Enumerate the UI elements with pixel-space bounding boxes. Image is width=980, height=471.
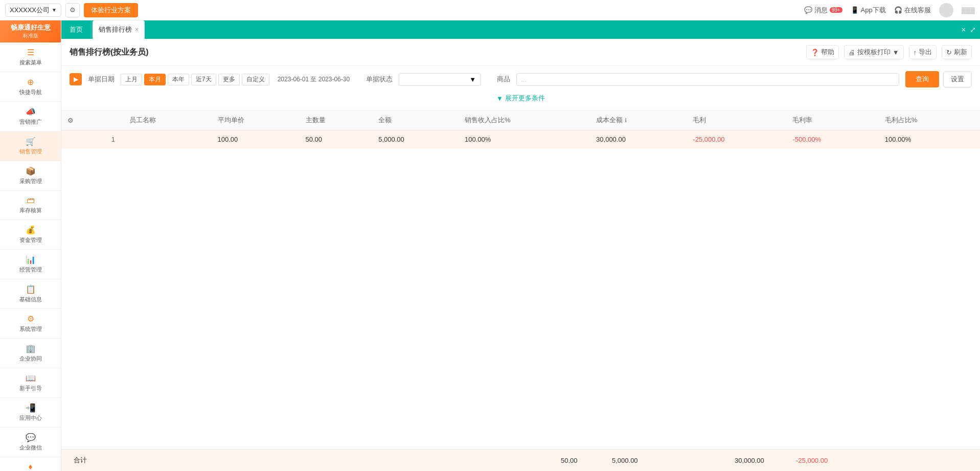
sidebar-label-marketing: 营销推广 <box>19 118 42 126</box>
content-area: 首页 销售排行榜 × × ⤢ 销售排行榜(按业务员) ❓ 帮助 <box>61 20 980 471</box>
table-body: 1 100.00 50.00 5,000.00 100.00% 30,000.0… <box>61 130 980 149</box>
sidebar-label-basic-info: 基础信息 <box>19 296 42 303</box>
expand-row: ▼ 展开更多条件 <box>70 92 972 105</box>
tab-sales-ranking[interactable]: 销售排行榜 × <box>93 20 145 39</box>
table-row: 1 100.00 50.00 5,000.00 100.00% 30,000.0… <box>61 130 980 149</box>
inventory-icon: 🗃 <box>27 196 35 205</box>
settings-icon-btn[interactable]: ⚙ <box>65 3 80 17</box>
date-btn-year[interactable]: 本年 <box>168 74 189 85</box>
settings-btn[interactable]: 设置 <box>943 71 972 87</box>
app-download-btn[interactable]: 📱 App下载 <box>851 6 886 15</box>
company-name: XXXXXX公司 <box>10 6 50 15</box>
td-employee <box>123 130 211 149</box>
sidebar-item-wechat[interactable]: 💬 企业微信 <box>0 428 61 457</box>
sidebar-item-purchase[interactable]: 📦 采购管理 <box>0 161 61 191</box>
date-btn-more[interactable]: 更多 <box>218 74 240 85</box>
user-name: ▓▓▓ <box>962 7 975 14</box>
sidebar-item-member[interactable]: ♦ 畅会员 <box>0 457 61 471</box>
refresh-btn[interactable]: ↻ 刷新 <box>942 45 972 59</box>
expand-label: 展开更多条件 <box>505 94 545 103</box>
sidebar-label-finance: 资金管理 <box>19 236 42 244</box>
export-label: 导出 <box>919 48 932 57</box>
help-btn[interactable]: ❓ 帮助 <box>806 45 839 59</box>
sidebar-item-operations[interactable]: 📊 经营管理 <box>0 250 61 279</box>
sidebar-item-enterprise[interactable]: 🏢 企业协同 <box>0 339 61 368</box>
th-main-qty: 主数量 <box>300 110 373 130</box>
sidebar-label-quick-nav: 快捷导航 <box>19 88 42 96</box>
footer-gross-pct <box>913 459 974 461</box>
sidebar-item-search-order[interactable]: ☰ 搜索菜单 <box>0 42 61 72</box>
company-selector[interactable]: XXXXXX公司 ▼ <box>5 4 61 17</box>
wechat-icon: 💬 <box>26 433 36 442</box>
online-service-btn[interactable]: 🎧 在线客服 <box>894 6 931 15</box>
sidebar-item-finance[interactable]: 💰 资金管理 <box>0 220 61 250</box>
sidebar-label-search-order: 搜索菜单 <box>19 59 42 66</box>
sidebar-item-guide[interactable]: 📖 新手引导 <box>0 368 61 398</box>
sidebar-label-enterprise: 企业协同 <box>19 355 42 363</box>
finance-icon: 💰 <box>26 225 36 235</box>
th-gross: 毛利 <box>687 110 786 130</box>
logo-text: 畅康通好生意 <box>11 24 51 32</box>
footer-cost: 30,000.00 <box>728 456 790 465</box>
message-btn[interactable]: 💬 消息 99+ <box>804 6 842 15</box>
top-bar-left: XXXXXX公司 ▼ ⚙ 体验行业方案 <box>5 3 138 17</box>
date-btn-last-month[interactable]: 上月 <box>121 74 142 85</box>
filter-expand-arrow[interactable]: ▶ <box>70 73 82 85</box>
tab-minimize-icon[interactable]: × <box>962 26 966 34</box>
td-total: 5,000.00 <box>372 130 459 149</box>
help-icon: ❓ <box>811 49 819 56</box>
sidebar-item-app-center[interactable]: 📲 应用中心 <box>0 398 61 428</box>
sidebar-item-marketing[interactable]: 📣 营销推广 <box>0 102 61 131</box>
table-wrap: ⚙ 员工名称 平均单价 主数量 全额 销售收入占比% 成本全额 ℹ 毛利 <box>61 110 980 449</box>
tab-maximize-icon[interactable]: ⤢ <box>970 26 976 34</box>
date-btn-7days[interactable]: 近7天 <box>191 74 216 85</box>
date-btn-current-month[interactable]: 本月 <box>144 74 166 85</box>
sidebar-logo: 畅康通好生意 标准版 <box>0 20 61 42</box>
page-actions: ❓ 帮助 🖨 按模板打印 ▼ ↑ 导出 ↻ 刷新 <box>806 45 972 59</box>
print-btn[interactable]: 🖨 按模板打印 ▼ <box>844 45 904 59</box>
tab-close-icon[interactable]: × <box>135 26 139 33</box>
sidebar-label-system: 系统管理 <box>19 325 42 333</box>
gear-icon: ⚙ <box>70 6 76 14</box>
status-chevron-icon: ▼ <box>469 76 476 83</box>
status-select[interactable]: ▼ <box>399 73 481 86</box>
print-chevron-icon: ▼ <box>893 49 899 56</box>
sidebar: 畅康通好生意 标准版 ☰ 搜索菜单 ⊕ 快捷导航 📣 营销推广 🛒 销售管理 📦… <box>0 20 61 471</box>
member-icon: ♦ <box>28 462 32 471</box>
goods-input[interactable]: ... <box>516 73 899 86</box>
date-filter-label: 单据日期 <box>88 75 115 84</box>
sidebar-label-inventory: 库存核算 <box>19 207 42 214</box>
footer-cells: 合计 50.00 5,000.00 30,000.00 -25,000.00 <box>67 455 974 466</box>
sidebar-item-system[interactable]: ⚙ 系统管理 <box>0 309 61 339</box>
status-filter-label: 单据状态 <box>366 75 393 84</box>
experience-btn[interactable]: 体验行业方案 <box>84 3 138 17</box>
cost-info-icon: ℹ <box>625 117 627 123</box>
sidebar-item-quick-nav[interactable]: ⊕ 快捷导航 <box>0 72 61 102</box>
td-gross-rate: -500.00% <box>786 130 878 149</box>
search-order-icon: ☰ <box>27 48 34 57</box>
td-avg-price: 100.00 <box>212 130 300 149</box>
th-rank <box>103 110 123 130</box>
export-icon: ↑ <box>914 49 917 56</box>
tab-home[interactable]: 首页 <box>61 20 92 39</box>
th-employee: 员工名称 <box>123 110 211 130</box>
page-title: 销售排行榜(按业务员) <box>70 47 149 58</box>
sidebar-item-inventory[interactable]: 🗃 库存核算 <box>0 191 61 220</box>
avatar[interactable] <box>939 3 953 17</box>
footer-label: 合计 <box>67 455 108 466</box>
sidebar-label-wechat: 企业微信 <box>19 444 42 452</box>
action-buttons: 查询 设置 <box>905 71 972 87</box>
expand-more-btn[interactable]: ▼ 展开更多条件 <box>496 92 545 105</box>
sidebar-item-basic-info[interactable]: 📋 基础信息 <box>0 279 61 309</box>
date-btn-custom[interactable]: 自定义 <box>242 74 269 85</box>
sidebar-item-sales[interactable]: 🛒 销售管理 <box>0 131 61 161</box>
app-label: App下载 <box>861 6 886 15</box>
sidebar-label-guide: 新手引导 <box>19 385 42 392</box>
query-btn[interactable]: 查询 <box>905 71 939 87</box>
marketing-icon: 📣 <box>26 107 36 117</box>
td-gross-pct: 100.00% <box>879 130 980 149</box>
print-icon: 🖨 <box>849 49 855 56</box>
column-settings-icon[interactable]: ⚙ <box>67 117 74 124</box>
purchase-icon: 📦 <box>26 166 36 176</box>
export-btn[interactable]: ↑ 导出 <box>909 45 937 59</box>
